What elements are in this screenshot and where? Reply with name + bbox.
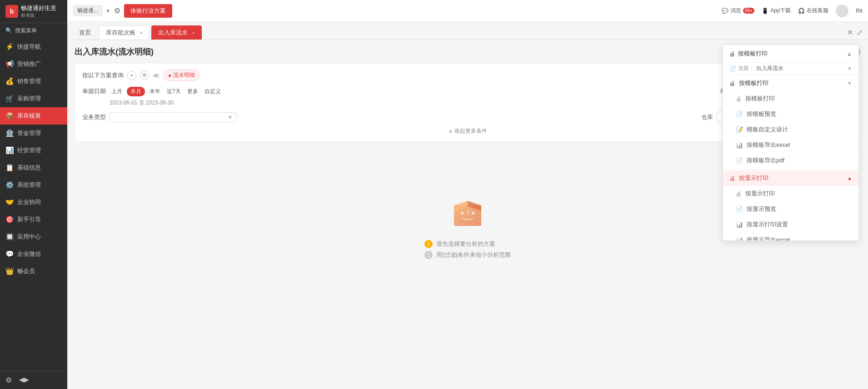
tab-inventory-batch-close[interactable]: ×	[140, 30, 143, 35]
app-center-icon: 🔲	[5, 233, 14, 241]
sidebar-item-wechat[interactable]: 💬 企业微信	[0, 245, 67, 263]
filter-tag-icon: ●	[168, 72, 171, 79]
filter-date-custom[interactable]: 自定义	[203, 87, 223, 96]
sidebar-item-basic-info[interactable]: 📋 基础信息	[0, 159, 67, 176]
header-username[interactable]: 畅捷通...	[73, 5, 103, 16]
template-excel-icon: 📊	[736, 142, 743, 149]
filter-settings-button[interactable]: ⚙	[140, 71, 149, 80]
dropdown-item-template-excel[interactable]: 📊 按模板导出excel	[723, 137, 858, 153]
template-print-icon: 🖨	[736, 95, 742, 102]
quick-nav-icon: ⚡	[5, 43, 14, 51]
filter-biz-label: 业务类型	[82, 113, 106, 121]
dropdown-panel-close-icon[interactable]: ▲	[846, 50, 852, 57]
header-user-display[interactable]: Rit	[856, 8, 863, 14]
tab-inventory-flow[interactable]: 出入库流水 ×	[151, 25, 202, 40]
dropdown-template-section-title: 🖨 按模板打印	[729, 79, 768, 87]
dropdown-template-section-arrow: ▼	[847, 80, 852, 86]
system-icon: ⚙️	[5, 181, 14, 189]
sidebar-item-system[interactable]: ⚙️ 系统管理	[0, 176, 67, 194]
header-user-area: 畅捷通... ▼	[73, 5, 110, 16]
header-gear-icon[interactable]: ⚙	[114, 6, 120, 15]
tab-home[interactable]: 首页	[73, 26, 97, 40]
filter-biz-select[interactable]: ▼	[110, 112, 237, 122]
filter-collapse-button[interactable]: ≪	[153, 72, 160, 79]
filter-date-7days[interactable]: 近7天	[165, 87, 183, 96]
display-excel-icon: 📊	[736, 237, 743, 241]
window-maximize-icon[interactable]: ⤢	[857, 28, 863, 37]
empty-step-1: 1 请先选择要分析的方案	[424, 240, 510, 248]
sidebar-item-quick-nav[interactable]: ⚡ 快捷导航	[0, 38, 67, 55]
tab-inventory-batch[interactable]: 库存批次账 ×	[99, 25, 150, 40]
dropdown-item-template-custom[interactable]: 📝 模板自定义设计	[723, 122, 858, 137]
template-pdf-icon: 📄	[736, 157, 743, 164]
dropdown-section-template-print[interactable]: 🖨 按模板打印 ▼	[723, 75, 858, 91]
guide-icon: 🎯	[5, 215, 14, 224]
dropdown-display-section-arrow: ▲	[847, 175, 852, 181]
sidebar-item-vip[interactable]: 👑 畅会员	[0, 263, 67, 280]
app-logo-icon: b	[5, 5, 18, 18]
dropdown-item-template-pdf[interactable]: 📄 按模板导出pdf	[723, 153, 858, 168]
filter-add-button[interactable]: +	[127, 71, 136, 80]
sidebar-item-finance[interactable]: 🏦 资金管理	[0, 125, 67, 142]
sidebar: b 畅捷通好生意 标准版 🔍 搜索菜单 ⚡ 快捷导航 📢 营销推广 💰 销售管理…	[0, 0, 67, 389]
dropdown-item-template-preview[interactable]: 📄 按模板预览	[723, 106, 858, 122]
sidebar-logo: b 畅捷通好生意 标准版	[0, 0, 67, 23]
window-close-icon[interactable]: ✕	[847, 28, 853, 37]
template-custom-icon: 📝	[736, 126, 743, 133]
dropdown-section-display-print[interactable]: 🖨 按显示打印 ▲	[723, 170, 858, 186]
dropdown-current-label: 当前：	[738, 65, 754, 72]
filter-date-more[interactable]: 更多	[185, 87, 200, 96]
industry-solution-button[interactable]: 体验行业方案	[124, 4, 172, 18]
avatar[interactable]	[836, 5, 848, 17]
filter-date-this-month[interactable]: 本月	[127, 87, 145, 96]
svg-point-4	[472, 212, 474, 214]
header-chevron-icon[interactable]: ▼	[105, 8, 110, 14]
sidebar-item-purchase[interactable]: 🛒 采购管理	[0, 90, 67, 107]
display-print-icon: 🖨	[736, 190, 742, 197]
dropdown-item-display-preview[interactable]: 📄 按显示预览	[723, 201, 858, 217]
dropdown-item-display-excel[interactable]: 📊 按显示导出excel	[723, 232, 858, 240]
service-icon: 🎧	[798, 8, 805, 14]
finance-icon: 🏦	[5, 129, 14, 137]
sidebar-item-inventory[interactable]: 📦 库存核算	[0, 107, 67, 125]
dropdown-display-print-icon: 🖨	[729, 175, 735, 182]
search-icon: 🔍	[5, 27, 12, 34]
tabs-bar: 首页 库存批次账 × 出入库流水 × ✕ ⤢	[67, 22, 868, 40]
dropdown-panel-scroll: 🖨 按模板打印 ▲ 📄 当前： 出入库流水 ▼ 🖨 按模板打印 ▼ 🖨 按模板打…	[723, 45, 858, 240]
display-preview-icon: 📄	[736, 206, 743, 213]
wechat-icon: 💬	[5, 250, 14, 258]
dropdown-display-section-title: 🖨 按显示打印	[729, 174, 768, 182]
filter-date-last-month[interactable]: 上月	[110, 87, 124, 96]
sidebar-item-operation[interactable]: 📊 经营管理	[0, 142, 67, 159]
dropdown-template-print-icon: 🖨	[729, 80, 735, 87]
dropdown-panel-title: 🖨 按模板打印	[729, 50, 768, 58]
header-message-item[interactable]: 💬 消息 99+	[722, 7, 754, 15]
sidebar-item-marketing[interactable]: 📢 营销推广	[0, 55, 67, 73]
dropdown-item-display-print[interactable]: 🖨 按显示打印	[723, 186, 858, 201]
header-actions: 💬 消息 99+ 📱 App下载 🎧 在线客服 Rit	[722, 5, 863, 17]
filter-date-this-year[interactable]: 本年	[148, 87, 162, 96]
filter-tag[interactable]: ● 流水明细	[163, 70, 200, 81]
dropdown-print-icon: 🖨	[729, 50, 735, 57]
sidebar-item-guide[interactable]: 🎯 新手引导	[0, 211, 67, 228]
step-2-num: 2	[424, 251, 433, 259]
tab-inventory-flow-close[interactable]: ×	[192, 30, 195, 35]
header-app-download-item[interactable]: 📱 App下载	[762, 7, 791, 15]
search-menu-item[interactable]: 🔍 搜索菜单	[0, 23, 67, 38]
dropdown-item-template-print[interactable]: 🖨 按模板打印	[723, 91, 858, 106]
collapse-up-icon: ∧	[449, 128, 453, 135]
sidebar-item-sales[interactable]: 💰 销售管理	[0, 73, 67, 90]
sidebar-item-cooperation[interactable]: 🤝 企业协同	[0, 194, 67, 211]
filter-date-field: 单据日期 上月 本月 本年 近7天 更多 自定义	[82, 87, 223, 96]
filter-biz-field: 业务类型 ▼	[82, 112, 237, 122]
dropdown-current-arrow: ▼	[847, 66, 852, 71]
sidebar-item-app-center[interactable]: 🔲 应用中心	[0, 228, 67, 245]
header: 畅捷通... ▼ ⚙ 体验行业方案 💬 消息 99+ 📱 App下载 🎧 在线客…	[67, 0, 868, 22]
sidebar-settings-icon[interactable]: ⚙	[5, 376, 12, 384]
dropdown-item-display-print-settings[interactable]: 📊 按显示打印设置	[723, 217, 858, 232]
filter-collapse-trigger[interactable]: ∧ 收起更多条件	[449, 127, 487, 135]
header-online-service-item[interactable]: 🎧 在线客服	[798, 7, 828, 15]
dropdown-current-value: 出入库流水	[756, 65, 783, 72]
dropdown-divider-2	[723, 169, 858, 170]
sidebar-collapse-icon[interactable]: ◀▶	[19, 376, 29, 384]
